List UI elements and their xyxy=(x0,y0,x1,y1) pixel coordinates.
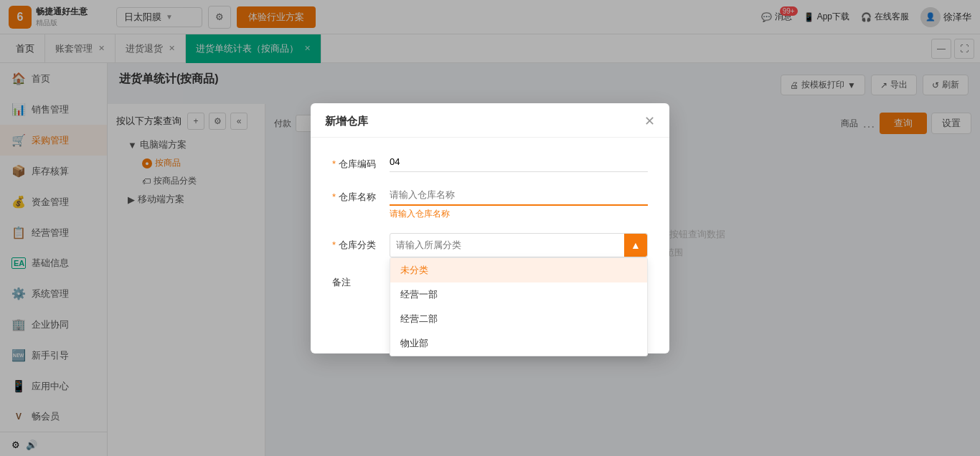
name-label: * 仓库名称 xyxy=(332,185,390,204)
category-control: ▲ 未分类 经营一部 经营二部 物业部 xyxy=(390,233,648,257)
req-mark: * xyxy=(332,191,336,202)
form-row-category: * 仓库分类 ▲ 未分类 经营一部 经营二部 物业部 xyxy=(332,233,648,257)
dialog-header: 新增仓库 ✕ xyxy=(311,103,669,138)
code-label: * 仓库编码 xyxy=(332,152,390,171)
name-control: 请输入仓库名称 xyxy=(390,185,648,220)
category-label-text: 仓库分类 xyxy=(339,239,376,250)
category-input-wrap: ▲ xyxy=(390,233,648,257)
name-label-text: 仓库名称 xyxy=(339,191,376,202)
form-row-name: * 仓库名称 请输入仓库名称 xyxy=(332,185,648,220)
category-input[interactable] xyxy=(390,235,624,255)
category-dropdown: 未分类 经营一部 经营二部 物业部 xyxy=(390,257,648,356)
dropdown-item-dept2[interactable]: 经营二部 xyxy=(390,307,647,331)
dropdown-item-property[interactable]: 物业部 xyxy=(390,331,647,356)
dropdown-item-dept1[interactable]: 经营一部 xyxy=(390,282,647,307)
warehouse-code-input[interactable] xyxy=(390,152,648,172)
category-label: * 仓库分类 xyxy=(332,233,390,252)
req-mark: * xyxy=(332,239,336,250)
req-mark: * xyxy=(332,158,336,169)
form-row-code: * 仓库编码 xyxy=(332,152,648,172)
dialog-add-warehouse: 新增仓库 ✕ * 仓库编码 * 仓库名称 xyxy=(311,103,669,353)
dialog-body: * 仓库编码 * 仓库名称 请输入仓库名称 xyxy=(311,138,669,290)
dropdown-item-uncategorized[interactable]: 未分类 xyxy=(390,258,647,282)
name-error-msg: 请输入仓库名称 xyxy=(390,208,648,220)
code-control xyxy=(390,152,648,172)
close-button[interactable]: ✕ xyxy=(644,115,655,128)
warehouse-name-input[interactable] xyxy=(390,185,648,206)
dialog-title: 新增仓库 xyxy=(325,115,368,128)
modal-overlay[interactable]: 新增仓库 ✕ * 仓库编码 * 仓库名称 xyxy=(0,0,980,456)
category-dropdown-button[interactable]: ▲ xyxy=(624,234,647,257)
code-label-text: 仓库编码 xyxy=(339,158,376,169)
note-label: 备注 xyxy=(332,270,390,289)
